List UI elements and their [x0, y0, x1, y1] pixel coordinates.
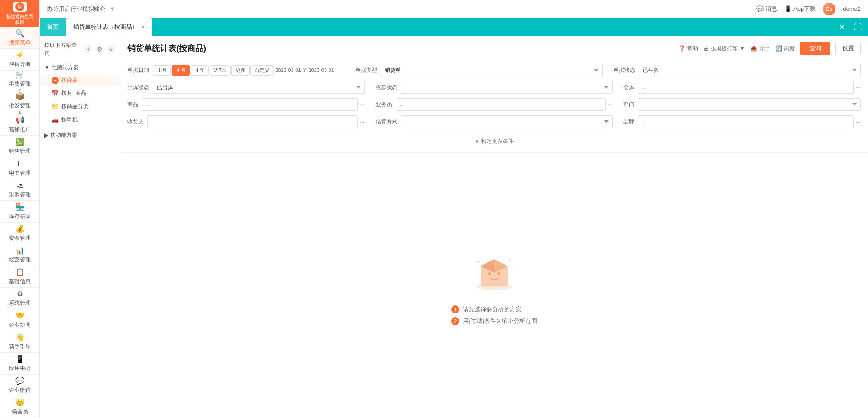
sales-icon: 💹	[15, 138, 24, 146]
staff-input[interactable]	[396, 98, 606, 111]
tab-maximize-button[interactable]: ⛶	[852, 21, 864, 33]
tab-home[interactable]: 首页	[40, 18, 66, 36]
message-icon: 💬	[756, 5, 764, 12]
settings-scheme-button[interactable]: ⚙	[95, 45, 104, 54]
tip-num-2: 2	[451, 317, 459, 325]
print-button[interactable]: 🖨 按模板打印 ▼	[703, 45, 745, 52]
tab-close-button[interactable]: ✕	[141, 24, 145, 30]
scheme-group-mobile-header[interactable]: ▶ 移动端方案	[40, 129, 120, 141]
date-btn-more[interactable]: 更多	[231, 65, 250, 76]
date-btn-last-month[interactable]: 上月	[153, 65, 171, 76]
svg-point-6	[488, 272, 491, 275]
sidebar-item-members[interactable]: 👑 畅会员	[0, 396, 39, 418]
sidebar-item-retail[interactable]: 🛒 零售管理 ▼	[0, 71, 39, 92]
scheme-item-by-cashier[interactable]: 🚗 按司机	[40, 113, 120, 126]
warehouse-input[interactable]	[638, 81, 854, 94]
expand-icon: ▼	[44, 65, 50, 71]
sidebar-item-system[interactable]: ⚙ 系统管理	[0, 288, 39, 309]
sidebar-item-ecommerce[interactable]: 🖥 电商管理	[0, 157, 39, 179]
tip-num-1: 1	[451, 305, 459, 314]
workspace-label: 办公用品行业模拟账套	[47, 5, 106, 13]
sidebar-item-wechat[interactable]: 💬 企业微信	[0, 375, 39, 396]
pay-status-select[interactable]	[401, 81, 613, 94]
brand-dots[interactable]: ···	[855, 118, 861, 125]
message-button[interactable]: 💬 消息	[756, 5, 777, 13]
tab-actions: ✕ ⛶	[835, 21, 868, 33]
dept-select[interactable]	[638, 98, 861, 111]
scheme-item-by-month-product[interactable]: 📅 按月+商品	[40, 87, 120, 100]
tab-report[interactable]: 销货单统计表（按商品） ✕	[66, 18, 152, 36]
product-input[interactable]	[142, 98, 358, 111]
receiver-dots[interactable]: ···	[359, 118, 365, 125]
add-scheme-button[interactable]: ＋	[84, 45, 92, 54]
doc-status-select[interactable]: 已生效	[639, 64, 861, 76]
operations-icon: 📊	[15, 246, 24, 255]
tip-text-2: 用[过滤]条件来缩小分析范围	[463, 317, 537, 325]
sidebar-item-quick-nav[interactable]: ⚡ 快捷导航	[0, 49, 39, 71]
sidebar-item-newuser[interactable]: 👋 新手引导	[0, 331, 39, 353]
scheme-item-label: 按商品分类	[61, 103, 89, 110]
brand-input[interactable]	[638, 115, 854, 128]
date-group: 上月 本月 本年 近7天 更多 自定义 2023-03-01 至 2023-03…	[153, 65, 344, 76]
avatar[interactable]: Ea	[823, 3, 835, 15]
scheme-item-by-product[interactable]: ● 按商品	[40, 74, 120, 87]
warehouse-dots[interactable]: ···	[855, 84, 861, 91]
svg-text:✦: ✦	[508, 257, 511, 262]
scheme-group-desktop-header[interactable]: ▼ 电脑端方案	[40, 62, 120, 74]
query-button[interactable]: 查询	[800, 42, 830, 55]
scheme-group-label: 移动端方案	[50, 131, 77, 139]
help-icon: ❓	[679, 45, 685, 52]
sidebar-item-appcenter[interactable]: 📱 应用中心	[0, 353, 39, 375]
out-status-select[interactable]: 已出库	[153, 81, 365, 94]
product-label: 商品	[127, 101, 138, 109]
help-button[interactable]: ❓ 帮助	[679, 45, 698, 52]
newuser-icon: 👋	[15, 333, 24, 342]
sidebar-item-basic[interactable]: 📋 基础信息	[0, 266, 39, 288]
sidebar-item-marketing[interactable]: 📢 营销推广	[0, 114, 39, 136]
scheme-item-icon: 📅	[52, 90, 59, 97]
brand-label: 品牌	[623, 118, 634, 126]
ecommerce-icon: 🖥	[16, 160, 24, 168]
doc-type-select[interactable]: 销货单	[381, 64, 603, 76]
sidebar-item-search[interactable]: 🔍 搜索菜单	[0, 27, 39, 49]
filter-row-3: 商品 ··· 业务员 ··· 部门	[127, 98, 861, 111]
retail-icon: 🛒	[15, 70, 24, 79]
date-btn-7days[interactable]: 近7天	[210, 65, 231, 76]
scheme-item-by-category[interactable]: 📁 按商品分类	[40, 100, 120, 113]
collapse-filter-button[interactable]: ∧ 收起更多条件	[472, 135, 516, 148]
date-buttons: 上月 本月 本年 近7天 更多 自定义	[153, 65, 274, 76]
sidebar-item-enterprise[interactable]: 🤝 企业协同	[0, 309, 39, 331]
basic-icon: 📋	[15, 268, 24, 276]
receiver-input[interactable]	[147, 115, 358, 128]
refresh-button[interactable]: 🔄 刷新	[775, 45, 795, 52]
date-btn-this-year[interactable]: 本年	[191, 65, 209, 76]
staff-dots[interactable]: ···	[608, 101, 613, 108]
empty-tips: 1 请先选择要分析的方案 2 用[过滤]条件来缩小分析范围	[451, 305, 537, 325]
settle-label: 结算方式	[376, 118, 397, 126]
settle-select[interactable]	[401, 115, 613, 128]
scheme-group-label: 电脑端方案	[52, 64, 79, 71]
settings-button[interactable]: 设置	[835, 42, 861, 55]
date-label: 单据日期	[127, 66, 149, 74]
product-dots[interactable]: ···	[359, 101, 365, 108]
workspace-selector[interactable]: 办公用品行业模拟账套 ▼	[47, 5, 115, 13]
sidebar: 财 畅捷通好生意 标版 🔍 搜索菜单 ⚡ 快捷导航 🛒 零售管理 ▼ 📦 批发管…	[0, 0, 40, 418]
export-button[interactable]: 📤 导出	[750, 45, 770, 52]
date-btn-custom[interactable]: 自定义	[250, 65, 274, 76]
date-range-text: 2023-03-01 至 2023-03-31	[275, 67, 334, 74]
sidebar-item-sales[interactable]: 💹 销售管理	[0, 136, 39, 157]
sidebar-item-operations[interactable]: 📊 经营管理	[0, 244, 39, 266]
date-btn-this-month[interactable]: 本月	[172, 65, 190, 76]
filter-settle: 结算方式	[376, 115, 613, 128]
collapse-scheme-button[interactable]: «	[107, 45, 115, 54]
sidebar-item-purchase[interactable]: 🛍 采购管理	[0, 179, 39, 201]
sidebar-item-inventory[interactable]: 🏪 库存核算	[0, 201, 39, 223]
filter-row-2: 出库状态 已出库 收款状态 仓库	[127, 81, 861, 94]
app-download-button[interactable]: 📱 App下载	[784, 5, 816, 13]
scheme-item-label: 按商品	[61, 76, 78, 84]
tab-close-all-button[interactable]: ✕	[835, 21, 848, 33]
sidebar-item-finance[interactable]: 💰 资金管理	[0, 223, 39, 244]
header-actions: 💬 消息 📱 App下载 Ea demo2	[756, 3, 861, 15]
sidebar-item-wholesale[interactable]: 📦 批发管理 ▲	[0, 92, 39, 114]
filter-product: 商品 ···	[127, 98, 365, 111]
